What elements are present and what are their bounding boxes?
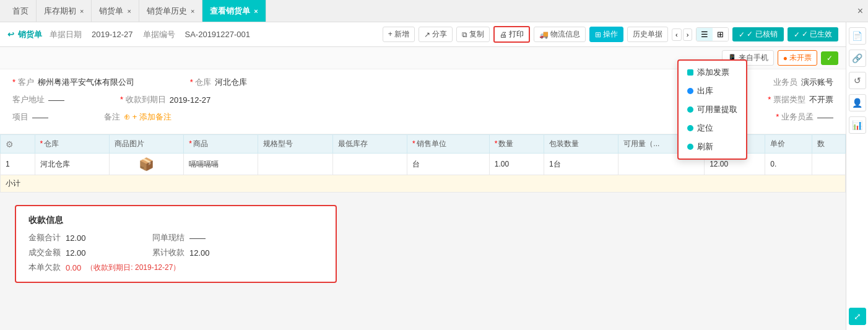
tab-bar: 首页 库存期初 × 销货单 × 销货单历史 × 查看销货单 × × (0, 0, 868, 22)
doc-title: ↩ 销货单 (7, 29, 42, 40)
col-min-stock: 最低库存 (332, 135, 407, 154)
remark-field: 备注 ⊕ + 添加备注 (104, 111, 171, 123)
sidebar-refresh-icon[interactable]: ↺ (849, 72, 866, 89)
prev-button[interactable]: ‹ (672, 28, 682, 41)
total-amount-row: 金额合计 12.00 (28, 232, 152, 243)
project-value: —— (32, 113, 48, 122)
customer-value: 柳州粤港平安气体有限公司 (38, 77, 134, 88)
arrears-note: （收款到期日: 2019-12-27） (86, 263, 180, 273)
salesperson-value: —— (817, 113, 833, 122)
tab-sales-history[interactable]: 销货单历史 × (139, 0, 202, 22)
confirm-button[interactable]: ✓ (821, 51, 838, 65)
tab-inventory-close[interactable]: × (80, 7, 84, 15)
project-field: 项目 —— (12, 111, 48, 123)
accumulated-payment-value: 12.00 (189, 248, 210, 258)
cell-unit: 台 (407, 154, 490, 175)
logistics-button[interactable]: 🚚 物流信息 (534, 27, 586, 42)
total-amount-value: 12.00 (66, 233, 86, 243)
sidebar-user-icon[interactable]: 👤 (849, 94, 866, 111)
doc-type-label: 销货单 (18, 29, 42, 40)
grid-view-button[interactable]: ⊞ (713, 28, 728, 41)
salesperson-label: 业务员孟 (776, 111, 814, 123)
cell-product: 嗝嗝嗝嗝 (184, 154, 258, 175)
dropdown-available-qty[interactable]: 可用量提取 (679, 100, 746, 119)
total-amount-label: 金额合计 (28, 232, 61, 243)
doc-meta: 单据日期 2019-12-27 单据编号 SA-20191227-001 (50, 29, 375, 40)
cell-amount (812, 154, 846, 175)
payment-date-field: 收款到期日 2019-12-27 (120, 94, 210, 105)
customer-label: 客户 (12, 77, 34, 88)
tab-history-close[interactable]: × (191, 7, 194, 15)
tab-view-sales[interactable]: 查看销货单 × (202, 0, 266, 22)
doc-date-value: 2019-12-27 (92, 30, 133, 39)
share-icon: ↗ (424, 30, 430, 39)
tab-home[interactable]: 首页 (5, 0, 37, 22)
accumulated-payment-label: 累计收款 (152, 247, 184, 258)
doc-no-label: 单据编号 (143, 29, 175, 40)
transaction-amount-row: 成交金额 12.00 (28, 247, 152, 258)
tab-sales-close[interactable]: × (127, 7, 131, 15)
list-view-button[interactable]: ☰ (697, 28, 713, 41)
arrears-label: 本单欠款 (28, 262, 61, 273)
subtotal-row: 小计 (1, 175, 846, 193)
tab-sales-label: 销货单 (99, 6, 123, 17)
history-button[interactable]: 历史单据 (627, 27, 668, 42)
sidebar-chart-icon[interactable]: 📊 (849, 116, 866, 134)
ticket-icon: ● (783, 54, 788, 63)
ticket-field: 票据类型 不开票 (768, 94, 833, 105)
col-gear[interactable]: ⚙ (1, 135, 35, 154)
copy-button[interactable]: ⧉ 复制 (456, 27, 490, 42)
same-order-value: —— (189, 233, 206, 243)
cell-no: 1 (1, 154, 35, 175)
window-close-button[interactable]: × (857, 6, 863, 17)
outbound-icon (687, 88, 693, 94)
dropdown-outbound[interactable]: 出库 (679, 82, 746, 100)
print-button[interactable]: 🖨 打印 (493, 26, 530, 43)
warehouse-value: 河北仓库 (215, 77, 247, 88)
col-amount: 数 (812, 135, 846, 154)
cell-image: 📦 (109, 154, 183, 175)
add-remark-button[interactable]: ⊕ + 添加备注 (124, 111, 171, 123)
operations-icon: ⊞ (595, 30, 601, 39)
gear-icon: ⚙ (6, 139, 14, 149)
tab-view-sales-close[interactable]: × (254, 7, 258, 15)
warehouse-label: 仓库 (190, 77, 212, 88)
tab-sales-order[interactable]: 销货单 × (92, 0, 139, 22)
effective-button[interactable]: ✓ ✓ 已生效 (788, 27, 838, 41)
tab-sales-history-label: 销货单历史 (147, 6, 187, 17)
operations-dropdown: 添加发票 出库 可用量提取 定位 刷新 (677, 59, 747, 160)
tab-view-sales-label: 查看销货单 (210, 6, 250, 17)
dropdown-locate[interactable]: 定位 (679, 119, 746, 137)
new-button[interactable]: + 新增 (383, 27, 415, 42)
payment-date-value: 2019-12-27 (170, 95, 211, 105)
sidebar-doc-icon[interactable]: 📄 (849, 27, 866, 45)
sidebar-link-icon[interactable]: 🔗 (849, 50, 866, 67)
share-button[interactable]: ↗ 分享 (419, 27, 453, 42)
col-pkg-qty: 包装数量 (544, 135, 618, 154)
view-toggle: ☰ ⊞ (696, 27, 729, 41)
summary-grid: 金额合计 12.00 同单现结 —— 成交金额 12.00 累计收款 12.00… (28, 232, 323, 273)
available-qty-icon (687, 106, 693, 113)
cell-min-stock (332, 154, 407, 175)
payment-date-label: 收款到期日 (120, 94, 166, 105)
right-sidebar: 📄 🔗 ↺ 👤 📊 ⤢ (846, 22, 868, 330)
ticket-label: 票据类型 (768, 94, 805, 105)
tab-inventory-init[interactable]: 库存期初 × (37, 0, 92, 22)
same-order-label: 同单现结 (152, 232, 184, 243)
add-remark-icon: ⊕ (124, 112, 130, 121)
dropdown-refresh[interactable]: 刷新 (679, 137, 746, 156)
sidebar-expand-icon[interactable]: ⤢ (849, 308, 866, 325)
col-warehouse: *仓库 (35, 135, 109, 154)
tab-home-label: 首页 (12, 6, 28, 17)
verified-button[interactable]: ✓ ✓ 已核销 (732, 27, 783, 41)
operations-button[interactable]: ⊞ 操作 (589, 27, 623, 42)
dropdown-add-invoice[interactable]: 添加发票 (679, 63, 746, 82)
transaction-amount-value: 12.00 (66, 248, 86, 258)
address-field: 客户地址 —— (12, 94, 64, 105)
arrears-value: 0.00 (66, 263, 81, 272)
staff-value: 演示账号 (801, 77, 833, 88)
doc-date-label: 单据日期 (50, 29, 82, 40)
next-button[interactable]: › (683, 28, 693, 41)
cell-pkg-qty: 1台 (544, 154, 618, 175)
not-opened-button[interactable]: ● 未开票 (778, 50, 817, 66)
